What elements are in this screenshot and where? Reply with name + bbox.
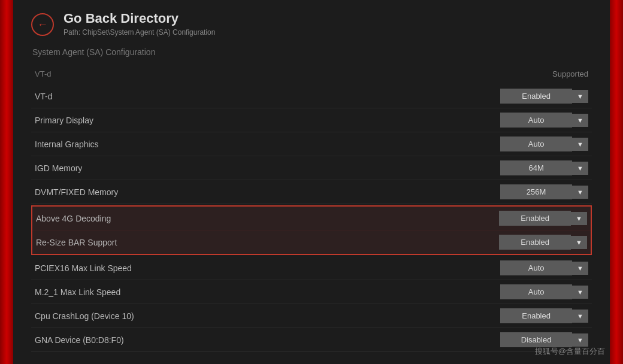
table-row: VT-d Supported xyxy=(31,63,592,84)
right-sidebar xyxy=(610,0,623,364)
back-button[interactable]: ← xyxy=(31,13,54,36)
highlighted-settings-group: Above 4G Decoding Enabled ▼ Re-Size BAR … xyxy=(31,205,592,255)
dropdown-value: Enabled xyxy=(500,89,572,104)
header: ← Go Back Directory Path: ChipSet\System… xyxy=(31,11,592,37)
chevron-down-icon[interactable]: ▼ xyxy=(572,162,588,175)
dropdown-value: Disabled xyxy=(500,332,572,347)
page-title: Go Back Directory xyxy=(63,11,215,26)
row-value-text: Supported xyxy=(552,69,588,78)
dropdown-wrapper[interactable]: Auto ▼ xyxy=(500,284,588,299)
header-text: Go Back Directory Path: ChipSet\System A… xyxy=(63,11,215,37)
table-row: Primary Display Auto ▼ xyxy=(31,108,592,132)
dropdown-value: Enabled xyxy=(500,308,572,323)
row-label: GNA Device (B0:D8:F0) xyxy=(35,335,124,345)
row-label: VT-d xyxy=(35,69,51,78)
dropdown-value: Auto xyxy=(500,136,572,151)
dropdown-wrapper[interactable]: Enabled ▼ xyxy=(500,308,588,323)
row-label: PCIEX16 Max Link Speed xyxy=(35,263,132,273)
breadcrumb-path: Path: ChipSet\System Agent (SA) Configur… xyxy=(63,28,215,37)
row-label: Internal Graphics xyxy=(35,139,99,149)
row-label: Primary Display xyxy=(35,116,93,125)
row-label: DVMT/FIXED Memory xyxy=(35,187,118,197)
dropdown-value: Auto xyxy=(500,284,572,299)
chevron-down-icon[interactable]: ▼ xyxy=(572,310,588,323)
dropdown-wrapper[interactable]: 256M ▼ xyxy=(500,184,588,199)
dropdown-wrapper[interactable]: 64M ▼ xyxy=(500,160,588,175)
dropdown-wrapper[interactable]: Enabled ▼ xyxy=(500,89,588,104)
dropdown-value: Auto xyxy=(500,113,572,128)
dropdown-wrapper[interactable]: Auto ▼ xyxy=(500,260,588,275)
dropdown-wrapper[interactable]: Enabled ▼ xyxy=(499,235,587,250)
table-row: Re-Size BAR Support Enabled ▼ xyxy=(32,230,591,254)
row-label: Above 4G Decoding xyxy=(36,214,111,223)
table-row: VT-d Enabled ▼ xyxy=(31,84,592,108)
dropdown-value: Enabled xyxy=(499,235,571,250)
table-row: GNA Device (B0:D8:F0) Disabled ▼ xyxy=(31,328,592,352)
main-content: ← Go Back Directory Path: ChipSet\System… xyxy=(13,0,610,364)
dropdown-wrapper[interactable]: Enabled ▼ xyxy=(499,211,587,226)
chevron-down-icon[interactable]: ▼ xyxy=(572,262,588,275)
row-label: Cpu CrashLog (Device 10) xyxy=(35,311,134,321)
row-label: Re-Size BAR Support xyxy=(36,238,117,247)
chevron-down-icon[interactable]: ▼ xyxy=(572,333,588,347)
table-row: Cpu CrashLog (Device 10) Enabled ▼ xyxy=(31,304,592,328)
chevron-down-icon[interactable]: ▼ xyxy=(572,286,588,299)
chevron-down-icon[interactable]: ▼ xyxy=(572,90,588,103)
row-label: VT-d xyxy=(35,92,53,101)
dropdown-value: Enabled xyxy=(499,211,571,226)
table-row: Above 4G Decoding Enabled ▼ xyxy=(32,207,591,230)
left-sidebar xyxy=(0,0,13,364)
table-row: IGD Memory 64M ▼ xyxy=(31,156,592,180)
dropdown-wrapper[interactable]: Disabled ▼ xyxy=(500,332,588,347)
watermark: 搜狐号@含量百分百 xyxy=(535,346,605,357)
dropdown-value: 64M xyxy=(500,160,572,175)
dropdown-wrapper[interactable]: Auto ▼ xyxy=(500,113,588,128)
table-row: DVMT/FIXED Memory 256M ▼ xyxy=(31,180,592,204)
dropdown-wrapper[interactable]: Auto ▼ xyxy=(500,136,588,151)
section-title: System Agent (SA) Configuration xyxy=(31,47,592,57)
chevron-down-icon[interactable]: ▼ xyxy=(572,114,588,127)
dropdown-value: Auto xyxy=(500,260,572,275)
settings-table: VT-d Supported VT-d Enabled ▼ Primary Di… xyxy=(31,63,592,352)
row-label: M.2_1 Max Link Speed xyxy=(35,287,120,297)
chevron-down-icon[interactable]: ▼ xyxy=(571,236,587,249)
chevron-down-icon[interactable]: ▼ xyxy=(572,138,588,151)
row-label: IGD Memory xyxy=(35,163,82,173)
back-arrow-icon: ← xyxy=(37,19,48,31)
table-row: Internal Graphics Auto ▼ xyxy=(31,132,592,156)
table-row: M.2_1 Max Link Speed Auto ▼ xyxy=(31,280,592,304)
dropdown-value: 256M xyxy=(500,184,572,199)
chevron-down-icon[interactable]: ▼ xyxy=(571,212,587,225)
table-row: PCIEX16 Max Link Speed Auto ▼ xyxy=(31,256,592,280)
chevron-down-icon[interactable]: ▼ xyxy=(572,186,588,199)
